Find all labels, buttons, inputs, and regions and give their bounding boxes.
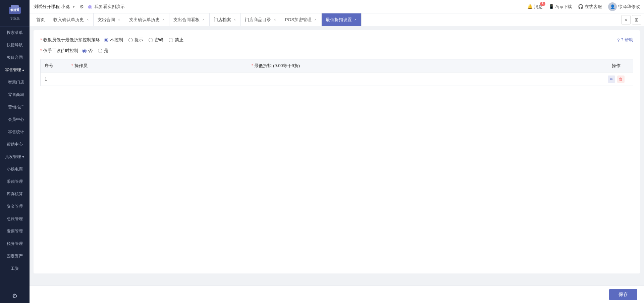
save-button[interactable]: 保存 bbox=[609, 289, 637, 300]
tab-store-archive[interactable]: 门店档案 × bbox=[210, 13, 241, 26]
sidebar-item-wholesale-mgmt[interactable]: 批发管理 ▼ bbox=[0, 151, 30, 163]
th-seq: 序号 bbox=[41, 59, 67, 72]
radio-yes-label: 是 bbox=[104, 48, 108, 54]
sidebar-item-label: 帮助中心 bbox=[7, 142, 23, 147]
tab-menu-button[interactable]: ⊞ bbox=[632, 15, 641, 24]
sidebar-item-row: 批发管理 ▼ bbox=[0, 154, 30, 160]
tab-close-button[interactable]: × bbox=[117, 17, 120, 22]
discount-table: 序号 操作员 最低折扣 (9.00等于9折) 操作 1 ✏ bbox=[40, 59, 633, 86]
sidebar-item-label: 固定资产 bbox=[7, 254, 23, 258]
expand-icon: ⊞ bbox=[635, 17, 639, 22]
radio-yes[interactable]: 是 bbox=[98, 48, 108, 54]
sidebar-item-fixed-assets[interactable]: 固定资产 bbox=[0, 250, 30, 262]
sidebar-item-label: 快捷导航 bbox=[7, 43, 23, 47]
radio-forbid-input[interactable] bbox=[169, 38, 173, 42]
tab-income-history[interactable]: 收入确认单历史 × bbox=[49, 13, 94, 26]
th-discount: 最低折扣 (9.00等于9折) bbox=[248, 59, 599, 72]
tab-label: 最低折扣设置 bbox=[326, 17, 352, 23]
topbar-gear-button[interactable]: ⚙ bbox=[79, 4, 84, 10]
sidebar-item-salary[interactable]: 工资 bbox=[0, 262, 30, 275]
sidebar-item-label: 发票管理 bbox=[7, 229, 23, 234]
message-button[interactable]: 🔔 消息 8 bbox=[527, 4, 543, 10]
sidebar-item-tax-mgmt[interactable]: 税务管理 bbox=[0, 238, 30, 250]
sidebar-item-row: 零售管理 ▲ bbox=[0, 67, 30, 73]
delete-button[interactable]: 🗑 bbox=[617, 75, 625, 83]
table-header: 序号 操作员 最低折扣 (9.00等于9折) 操作 bbox=[41, 59, 633, 72]
sidebar: 畅捷通 专业版 搜索菜单 快捷导航 项目合同 零售管理 ▲ 智慧门店 零售商城 … bbox=[0, 0, 30, 303]
online-service-label: 在线客服 bbox=[585, 4, 602, 10]
tab-expense-history[interactable]: 支出确认单历史 × bbox=[125, 13, 169, 26]
radio-no-control[interactable]: 不控制 bbox=[104, 37, 123, 43]
sidebar-item-purchase-mgmt[interactable]: 采购管理 bbox=[0, 175, 30, 188]
avatar: 👤 bbox=[608, 2, 617, 11]
sidebar-item-label: 工资 bbox=[11, 266, 19, 271]
tab-home[interactable]: 首页 bbox=[32, 13, 49, 26]
gear-icon: ⚙ bbox=[12, 293, 17, 299]
sidebar-settings-button[interactable]: ⚙ bbox=[0, 289, 30, 303]
form-row-manual-price: 仅手工改价时控制 否 是 bbox=[40, 48, 633, 54]
sidebar-item-smart-store[interactable]: 智慧门店 bbox=[0, 76, 30, 89]
radio-no[interactable]: 否 bbox=[82, 48, 93, 54]
content-card: ? ? 帮助 收银员低于最低折扣控制策略 不控制 提示 bbox=[34, 30, 640, 273]
sidebar-item-quick-nav[interactable]: 快捷导航 bbox=[0, 39, 30, 51]
radio-no-label: 否 bbox=[88, 48, 93, 54]
sidebar-item-retail-mgmt[interactable]: 零售管理 ▲ bbox=[0, 64, 30, 76]
sidebar-item-help-center[interactable]: 帮助中心 bbox=[0, 138, 30, 151]
avatar-icon: 👤 bbox=[610, 4, 615, 9]
user-name: 徐泽华修改 bbox=[618, 4, 640, 10]
tab-close-all-button[interactable]: × bbox=[621, 15, 631, 24]
app-download-label: App下载 bbox=[555, 4, 572, 10]
radio-yes-input[interactable] bbox=[98, 49, 102, 53]
tab-min-discount[interactable]: 最低折扣设置 × bbox=[322, 13, 362, 26]
tab-expense-board[interactable]: 支出合同看板 × bbox=[169, 13, 209, 26]
radio-hint-input[interactable] bbox=[128, 38, 133, 42]
tab-close-button[interactable]: × bbox=[86, 17, 89, 22]
tab-close-button[interactable]: × bbox=[162, 17, 165, 22]
radio-no-control-input[interactable] bbox=[104, 38, 108, 42]
sidebar-item-search-menu[interactable]: 搜索菜单 bbox=[0, 27, 30, 39]
sidebar-item-ledger-mgmt[interactable]: 总账管理 bbox=[0, 213, 30, 225]
app-download-button[interactable]: 📱 App下载 bbox=[549, 4, 572, 10]
topbar-project-selector[interactable]: 测试分开课程-小览 ▼ bbox=[34, 4, 75, 10]
tab-pos-encryption[interactable]: POS加密管理 × bbox=[281, 13, 322, 26]
tab-store-catalog[interactable]: 门店商品目录 × bbox=[241, 13, 281, 26]
sidebar-item-project-contract[interactable]: 项目合同 bbox=[0, 51, 30, 64]
radio-hint[interactable]: 提示 bbox=[128, 37, 143, 43]
topbar-demo-button[interactable]: ◎ 我要看实例演示 bbox=[88, 4, 125, 10]
edit-icon: ✏ bbox=[610, 77, 613, 82]
headset-icon: 🎧 bbox=[578, 4, 583, 9]
tab-label: 支出合同 bbox=[98, 17, 115, 23]
radio-no-input[interactable] bbox=[82, 49, 87, 53]
sidebar-item-retail-stats[interactable]: 零售统计 bbox=[0, 126, 30, 138]
tab-close-button[interactable]: × bbox=[314, 17, 317, 22]
td-operator bbox=[67, 77, 248, 82]
table-row: 1 ✏ 🗑 bbox=[41, 72, 633, 86]
tab-close-button[interactable]: × bbox=[354, 17, 357, 22]
tab-close-button[interactable]: × bbox=[233, 17, 236, 22]
sidebar-item-retail-mall[interactable]: 零售商城 bbox=[0, 89, 30, 101]
sidebar-item-inventory[interactable]: 库存核算 bbox=[0, 188, 30, 200]
sidebar-item-invoice-mgmt[interactable]: 发票管理 bbox=[0, 225, 30, 238]
online-service-button[interactable]: 🎧 在线客服 bbox=[578, 4, 602, 10]
tab-close-button[interactable]: × bbox=[202, 17, 205, 22]
radio-forbid[interactable]: 禁止 bbox=[169, 37, 183, 43]
form-label-manual: 仅手工改价时控制 bbox=[40, 48, 78, 54]
sidebar-item-label: 智慧门店 bbox=[8, 80, 24, 85]
user-profile-button[interactable]: 👤 徐泽华修改 bbox=[608, 2, 640, 11]
demo-icon: ◎ bbox=[88, 4, 92, 10]
th-actions: 操作 bbox=[599, 59, 633, 72]
radio-password[interactable]: 密码 bbox=[149, 37, 163, 43]
radio-password-input[interactable] bbox=[149, 38, 153, 42]
tab-close-button[interactable]: × bbox=[273, 17, 276, 22]
radio-hint-label: 提示 bbox=[135, 37, 143, 43]
sidebar-item-ecommerce[interactable]: 小畅电商 bbox=[0, 163, 30, 175]
edit-button[interactable]: ✏ bbox=[608, 75, 615, 83]
tab-expense-contract[interactable]: 支出合同 × bbox=[94, 13, 125, 26]
td-seq: 1 bbox=[41, 74, 67, 84]
help-button[interactable]: ? ? 帮助 bbox=[617, 37, 633, 43]
sidebar-item-fund-mgmt[interactable]: 资金管理 bbox=[0, 200, 30, 213]
sidebar-item-member-center[interactable]: 会员中心 bbox=[0, 113, 30, 126]
sidebar-item-marketing[interactable]: 营销推广 bbox=[0, 101, 30, 113]
topbar-right: 🔔 消息 8 📱 App下载 🎧 在线客服 👤 徐泽华修改 bbox=[527, 2, 640, 11]
radio-password-label: 密码 bbox=[155, 37, 163, 43]
